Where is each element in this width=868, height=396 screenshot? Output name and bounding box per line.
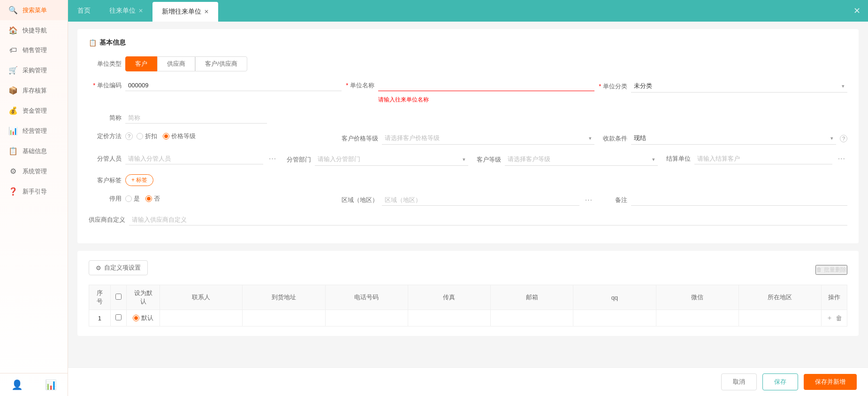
pricing-method-field: 定价方法 ? 折扣 价格等级 — [89, 132, 342, 140]
supplier-custom-input[interactable] — [129, 214, 847, 225]
pricing-help-icon[interactable]: ? — [125, 132, 133, 140]
row-region[interactable] — [739, 310, 821, 326]
row-address[interactable] — [243, 310, 325, 326]
row-qq[interactable] — [573, 310, 656, 326]
row-email-input[interactable] — [495, 315, 568, 322]
save-and-new-button[interactable]: 保存并新增 — [804, 374, 857, 390]
settlement-more-dots[interactable]: ··· — [836, 155, 847, 163]
sidebar-item-system[interactable]: ⚙ 系统管理 — [0, 161, 68, 181]
unit-type-both-btn[interactable]: 客户/供应商 — [195, 56, 247, 71]
payment-terms-select[interactable]: 现结 ▾ — [631, 132, 836, 145]
row-region-input[interactable] — [744, 315, 816, 322]
sidebar-stats-btn[interactable]: 📊 — [34, 373, 68, 396]
row-check[interactable] — [110, 310, 126, 326]
tab-partners[interactable]: 往来单位 ✕ — [100, 0, 152, 22]
pricing-method-label: 定价方法 — [89, 132, 122, 140]
tab-label: 首页 — [77, 7, 91, 15]
unit-type-group: 客户 供应商 客户/供应商 — [125, 56, 247, 71]
save-button[interactable]: 保存 — [762, 373, 798, 390]
radio-disable-yes[interactable]: 是 — [125, 194, 140, 203]
sidebar-item-operations[interactable]: 📊 经营管理 — [0, 121, 68, 141]
batch-delete-button[interactable]: 🗑 批量删除 — [815, 265, 847, 275]
unit-category-field: 单位分类 未分类 ▾ — [594, 80, 847, 93]
operations-icon: 📊 — [8, 126, 18, 135]
purchase-icon: 🛒 — [8, 66, 18, 75]
tab-home[interactable]: 首页 — [68, 0, 100, 22]
row-phone[interactable] — [325, 310, 408, 326]
select-all-checkbox[interactable] — [115, 294, 122, 300]
row-wechat-input[interactable] — [661, 315, 734, 322]
section-title: 📋 基本信息 — [89, 39, 847, 47]
radio-discount-outer — [137, 133, 143, 140]
sidebar-item-sales[interactable]: 🏷 销售管理 — [0, 40, 68, 60]
radio-discount[interactable]: 折扣 — [137, 132, 157, 140]
row-wechat[interactable] — [656, 310, 739, 326]
delete-row-icon[interactable]: 🗑 — [836, 314, 842, 322]
chevron-down-icon: ▾ — [830, 135, 833, 141]
payment-terms-label: 收款条件 — [594, 134, 627, 143]
unit-name-input[interactable] — [378, 80, 594, 91]
unit-name-error: 请输入往来单位名称 — [378, 96, 429, 104]
row-contact[interactable] — [160, 310, 243, 326]
row-contact-input[interactable] — [165, 315, 237, 322]
row-checkbox[interactable] — [115, 314, 122, 320]
settlement-input[interactable] — [694, 153, 832, 164]
customer-level-label: 客户等级 — [468, 155, 501, 164]
sidebar-user-btn[interactable]: 👤 — [0, 373, 34, 396]
sidebar-item-label: 搜索菜单 — [23, 6, 47, 15]
notes-input[interactable] — [631, 194, 847, 206]
row-phone-input[interactable] — [330, 315, 403, 322]
manager-more-dots[interactable]: ··· — [267, 155, 278, 163]
sidebar-item-label: 新手引导 — [23, 187, 47, 196]
row-default-radio[interactable]: 默认 — [131, 314, 155, 322]
department-select[interactable]: 请输入分管部门 ▾ — [315, 153, 468, 166]
unit-code-input[interactable] — [125, 80, 342, 91]
manager-input[interactable] — [125, 153, 263, 164]
sidebar-item-newbie[interactable]: ❓ 新手引导 — [0, 181, 68, 202]
radio-disable-no-outer — [145, 195, 152, 202]
cancel-button[interactable]: 取消 — [721, 373, 757, 390]
radio-disable-no[interactable]: 否 — [145, 194, 160, 203]
row-qq-input[interactable] — [578, 315, 651, 322]
row-fax-input[interactable] — [413, 315, 486, 322]
short-name-input[interactable] — [125, 112, 267, 124]
th-wechat: 微信 — [656, 285, 739, 310]
unit-type-label: 单位类型 — [89, 60, 122, 68]
tab-new-partner-close[interactable]: ✕ — [204, 8, 209, 15]
add-tag-button[interactable]: + 标签 — [125, 174, 153, 186]
custom-settings-button[interactable]: ⚙ 自定义项设置 — [89, 260, 148, 275]
row-email[interactable] — [491, 310, 573, 326]
sidebar-item-label: 库存核算 — [23, 86, 47, 95]
row-fax[interactable] — [408, 310, 490, 326]
customer-level-field: 客户等级 请选择客户等级 ▾ — [468, 153, 658, 166]
payment-terms-value: 现结 — [634, 134, 646, 142]
region-more-dots[interactable]: ··· — [583, 196, 594, 204]
customer-level-select[interactable]: 请选择客户等级 ▾ — [505, 153, 658, 166]
add-row-icon[interactable]: ＋ — [826, 314, 833, 322]
main-area: 首页 往来单位 ✕ 新增往来单位 ✕ ✕ 📋 基本信息 单位类型 客户 — [68, 0, 868, 396]
tab-new-partner[interactable]: 新增往来单位 ✕ — [152, 2, 218, 22]
sidebar-item-quicknav[interactable]: 🏠 快捷导航 — [0, 20, 68, 40]
payment-help-icon[interactable]: ? — [840, 135, 847, 142]
region-input[interactable] — [382, 194, 579, 206]
tab-partners-close[interactable]: ✕ — [138, 8, 143, 14]
batch-delete-label: 批量删除 — [824, 266, 846, 274]
sidebar-item-basic[interactable]: 📋 基础信息 — [0, 141, 68, 161]
sidebar-item-finance[interactable]: 💰 资金管理 — [0, 101, 68, 121]
th-check — [110, 285, 126, 310]
sidebar-item-search[interactable]: 🔍 搜索菜单 — [0, 0, 68, 20]
radio-grade[interactable]: 价格等级 — [163, 132, 196, 140]
unit-type-supplier-btn[interactable]: 供应商 — [157, 56, 195, 71]
table-card: ⚙ 自定义项设置 🗑 批量删除 序号 设为默认 联系人 — [77, 251, 859, 336]
customer-price-level-select[interactable]: 请选择客户价格等级 ▾ — [382, 132, 594, 145]
tab-bar-close-btn[interactable]: ✕ — [846, 6, 868, 16]
row-address-input[interactable] — [247, 315, 320, 322]
sidebar-item-purchase[interactable]: 🛒 采购管理 — [0, 60, 68, 80]
th-email: 邮箱 — [491, 285, 573, 310]
unit-type-field: 单位类型 客户 供应商 客户/供应商 — [89, 56, 847, 71]
unit-name-input-wrap — [378, 80, 594, 91]
row-seq: 1 — [89, 310, 111, 326]
unit-type-customer-btn[interactable]: 客户 — [125, 56, 157, 71]
unit-category-select[interactable]: 未分类 ▾ — [631, 80, 847, 93]
sidebar-item-inventory[interactable]: 📦 库存核算 — [0, 80, 68, 101]
